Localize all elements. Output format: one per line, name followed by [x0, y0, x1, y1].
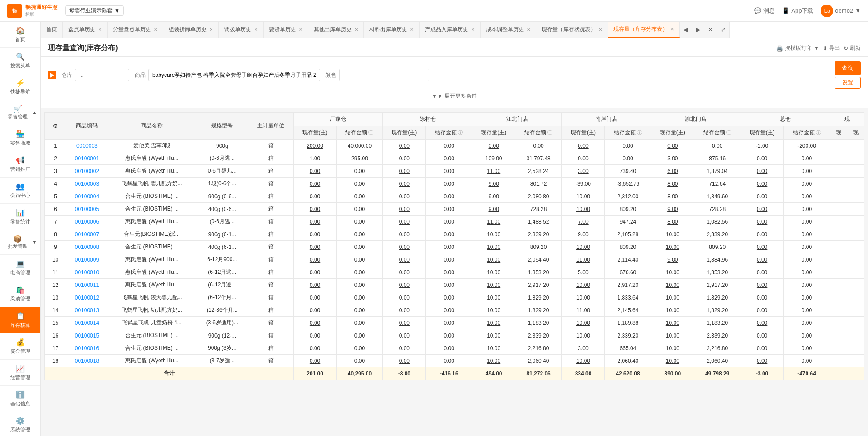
- cell-jiangbei-stock[interactable]: 10.00: [472, 266, 515, 279]
- cell-chenmu-stock[interactable]: 0.00: [383, 165, 426, 178]
- tab-close-inventory-check[interactable]: ✕: [98, 27, 102, 32]
- info-icon-4[interactable]: ⓘ: [637, 129, 642, 136]
- cell-nanan-stock[interactable]: 0.00: [562, 152, 605, 165]
- cell-yubeimen-stock[interactable]: 6.00: [651, 165, 694, 178]
- cell-chenmu-stock[interactable]: 0.00: [383, 342, 426, 355]
- cell-chenmu-stock[interactable]: 0.00: [383, 178, 426, 190]
- sidebar-item-inventory[interactable]: 📋 库存核算: [0, 307, 40, 333]
- cell-factory-stock[interactable]: 0.00: [293, 342, 336, 355]
- cell-factory-stock[interactable]: 0.00: [293, 304, 336, 317]
- cell-factory-stock[interactable]: 0.00: [293, 266, 336, 279]
- table-container[interactable]: ⚙ 商品编码 商品名称 规格型号 主计量单位 厂家仓 陈村仓 江北门店 南岸门店…: [41, 108, 868, 436]
- sidebar-item-mall[interactable]: 🏪 零售商城: [0, 125, 40, 151]
- cell-factory-stock[interactable]: 0.00: [293, 241, 336, 253]
- cell-chenmu-stock[interactable]: 0.00: [383, 190, 426, 203]
- cell-total-stock[interactable]: 0.00: [741, 342, 783, 355]
- cell-total-stock[interactable]: 0.00: [741, 152, 783, 165]
- cell-nanan-stock[interactable]: -39.00: [562, 178, 605, 190]
- cell-yubeimen-stock[interactable]: 10.00: [651, 304, 694, 317]
- cell-yubeimen-stock[interactable]: 10.00: [651, 342, 694, 355]
- cell-chenmu-stock[interactable]: 0.00: [383, 317, 426, 329]
- cell-jiangbei-stock[interactable]: 10.00: [472, 317, 515, 329]
- cell-nanan-stock[interactable]: 10.00: [562, 279, 605, 291]
- sidebar-item-search[interactable]: 🔍 搜索英单: [0, 48, 40, 74]
- cell-nanan-stock[interactable]: 10.00: [562, 355, 605, 367]
- sidebar-item-retail-stats[interactable]: 📊 零售统计: [0, 204, 40, 230]
- tab-close-assembly[interactable]: ✕: [209, 27, 213, 32]
- tab-current-stock[interactable]: 现存量（库存状况表） ✕: [536, 22, 608, 38]
- tab-close-stock-distribution[interactable]: ✕: [670, 27, 674, 32]
- cell-nanan-stock[interactable]: 10.00: [562, 317, 605, 329]
- tab-close-other-out[interactable]: ✕: [354, 27, 358, 32]
- tab-inventory-check[interactable]: 盘点单历史 ✕: [63, 22, 108, 38]
- cell-yubeimen-stock[interactable]: 10.00: [651, 228, 694, 241]
- cell-jiangbei-stock[interactable]: 10.00: [472, 228, 515, 241]
- cell-yubeimen-stock[interactable]: 9.00: [651, 253, 694, 266]
- tab-close-finished-in[interactable]: ✕: [471, 27, 475, 32]
- tab-nav-next[interactable]: ▶: [692, 22, 704, 38]
- cell-yubeimen-stock[interactable]: 8.00: [651, 178, 694, 190]
- cell-chenmu-stock[interactable]: 0.00: [383, 279, 426, 291]
- tab-transfer[interactable]: 调拨单历史 ✕: [219, 22, 264, 38]
- color-input[interactable]: [339, 69, 429, 81]
- cell-factory-stock[interactable]: 0.00: [293, 216, 336, 228]
- cell-jiangbei-stock[interactable]: 9.00: [472, 190, 515, 203]
- cell-factory-stock[interactable]: 0.00: [293, 279, 336, 291]
- cell-jiangbei-stock[interactable]: 10.00: [472, 304, 515, 317]
- tab-close-material-out[interactable]: ✕: [410, 27, 414, 32]
- sidebar-item-ecommerce[interactable]: 💻 电商管理: [0, 255, 40, 281]
- sidebar-item-basic-info[interactable]: ℹ️ 基础信息: [0, 386, 40, 412]
- cell-nanan-stock[interactable]: 5.00: [562, 266, 605, 279]
- cell-total-stock[interactable]: 0.00: [741, 329, 783, 342]
- cell-yubeimen-stock[interactable]: 10.00: [651, 279, 694, 291]
- tab-cost-adjust[interactable]: 成本调整单历史 ✕: [481, 22, 536, 38]
- cell-chenmu-stock[interactable]: 0.00: [383, 203, 426, 216]
- refresh-btn[interactable]: ↻ 刷新: [844, 44, 861, 52]
- cell-factory-stock[interactable]: 0.00: [293, 291, 336, 304]
- sidebar-item-marketing[interactable]: 📢 营销推广: [0, 151, 40, 178]
- cell-chenmu-stock[interactable]: 0.00: [383, 291, 426, 304]
- info-icon-3[interactable]: ⓘ: [547, 129, 552, 136]
- cell-factory-stock[interactable]: 0.00: [293, 329, 336, 342]
- info-icon-1[interactable]: ⓘ: [368, 129, 373, 136]
- store-selector[interactable]: 母婴行业演示陈套 ▼: [65, 5, 124, 16]
- cell-chenmu-stock[interactable]: 0.00: [383, 241, 426, 253]
- print-btn[interactable]: 🖨️ 按模版打印 ▼: [776, 44, 819, 52]
- tab-close-transfer[interactable]: ✕: [254, 27, 258, 32]
- cell-nanan-stock[interactable]: 10.00: [562, 203, 605, 216]
- cell-chenmu-stock[interactable]: 0.00: [383, 329, 426, 342]
- cell-jiangbei-stock[interactable]: 11.00: [472, 216, 515, 228]
- cell-jiangbei-stock[interactable]: 10.00: [472, 329, 515, 342]
- cell-total-stock[interactable]: 0.00: [741, 190, 783, 203]
- tab-partial-check[interactable]: 分量盘点单历史 ✕: [108, 22, 163, 38]
- cell-total-stock[interactable]: 0.00: [741, 165, 783, 178]
- tab-finished-in[interactable]: 产成品入库单历史 ✕: [420, 22, 481, 38]
- cell-jiangbei-stock[interactable]: 10.00: [472, 342, 515, 355]
- cell-yubeimen-stock[interactable]: 10.00: [651, 241, 694, 253]
- tab-home[interactable]: 首页: [41, 22, 63, 38]
- cell-factory-stock[interactable]: 0.00: [293, 228, 336, 241]
- sidebar-item-nav[interactable]: ⚡ 快捷导航: [0, 74, 40, 100]
- tab-other-out[interactable]: 其他出库单历史 ✕: [308, 22, 364, 38]
- cell-yubeimen-stock[interactable]: 10.00: [651, 291, 694, 304]
- cell-nanan-stock[interactable]: 3.00: [562, 165, 605, 178]
- user-menu[interactable]: Ea demo2 ▼: [821, 5, 861, 17]
- collapse-btn[interactable]: ▶: [48, 71, 56, 79]
- tab-close-current-stock[interactable]: ✕: [599, 27, 602, 32]
- cell-factory-stock[interactable]: 0.00: [293, 253, 336, 266]
- cell-factory-stock[interactable]: 200.00: [293, 140, 336, 152]
- messages-btn[interactable]: 💬 消息: [754, 7, 775, 15]
- cell-total-stock[interactable]: 0.00: [741, 291, 783, 304]
- sidebar-item-system[interactable]: ⚙️ 系统管理: [0, 412, 40, 436]
- cell-nanan-stock[interactable]: 10.00: [562, 190, 605, 203]
- cell-nanan-stock[interactable]: 11.00: [562, 304, 605, 317]
- tab-material-out[interactable]: 材料出库单历史 ✕: [364, 22, 420, 38]
- cell-yubeimen-stock[interactable]: 10.00: [651, 266, 694, 279]
- cell-nanan-stock[interactable]: 3.00: [562, 342, 605, 355]
- cell-yubeimen-stock[interactable]: 8.00: [651, 216, 694, 228]
- cell-nanan-stock[interactable]: 7.00: [562, 216, 605, 228]
- cell-factory-stock[interactable]: 0.00: [293, 190, 336, 203]
- tab-close-partial-check[interactable]: ✕: [154, 27, 157, 32]
- cell-chenmu-stock[interactable]: 0.00: [383, 228, 426, 241]
- tab-close-all[interactable]: ✕: [704, 22, 717, 38]
